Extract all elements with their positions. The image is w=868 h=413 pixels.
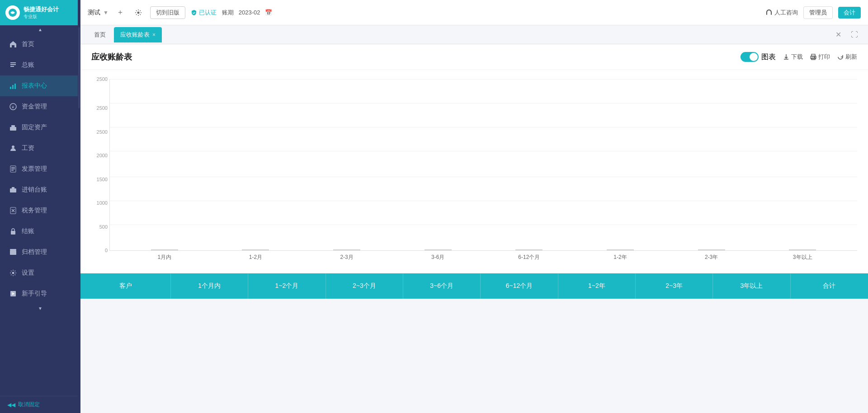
svg-rect-5 xyxy=(12,85,14,89)
certified-label: 已认证 xyxy=(199,9,217,17)
sidebar-scroll-up[interactable]: ▲ xyxy=(0,25,80,34)
toggle-label: 图表 xyxy=(761,52,776,62)
role-button[interactable]: 会计 xyxy=(838,7,861,19)
funds-icon: ¥ xyxy=(9,103,17,111)
certified-badge: 已认证 xyxy=(191,9,217,17)
svg-rect-6 xyxy=(14,84,16,89)
bar-group-3y xyxy=(789,249,816,250)
sidebar-scroll-down[interactable]: ▼ xyxy=(0,304,80,313)
y-label-1000: 1000 xyxy=(92,200,108,206)
tax-icon xyxy=(9,206,17,215)
pin-icon: ◀◀ xyxy=(7,402,15,408)
app-name-block: 畅捷通好会计 专业版 xyxy=(24,5,59,20)
print-button[interactable]: 打印 xyxy=(810,53,830,61)
print-label: 打印 xyxy=(818,53,830,61)
tab-close-icon[interactable]: × xyxy=(152,32,156,38)
archive-icon xyxy=(9,248,17,256)
y-label-500: 500 xyxy=(92,224,108,230)
sidebar-item-funds[interactable]: ¥ 资金管理 xyxy=(0,96,80,117)
sidebar-item-inventory[interactable]: 进销台账 xyxy=(0,179,80,200)
bar-group-1-2y xyxy=(607,249,634,250)
table-header-1-2m: 1~2个月 xyxy=(248,273,326,299)
svg-rect-29 xyxy=(766,13,767,15)
period-display: 账期 2023-02 📅 xyxy=(222,9,272,17)
sidebar-item-invoice[interactable]: 发票管理 xyxy=(0,159,80,179)
svg-point-25 xyxy=(12,272,14,274)
sidebar-logo: 畅捷通好会计 专业版 xyxy=(0,0,80,25)
svg-rect-15 xyxy=(11,170,14,171)
bar-group-3-6m xyxy=(425,249,452,250)
ledger-icon xyxy=(9,61,17,69)
app-edition: 专业版 xyxy=(24,14,59,20)
sidebar-item-tax[interactable]: 税务管理 xyxy=(0,200,80,221)
plus-icon: ＋ xyxy=(117,8,124,17)
toggle-switch[interactable] xyxy=(741,52,759,62)
settings-button[interactable] xyxy=(132,6,145,19)
consult-label: 人工咨询 xyxy=(774,9,798,17)
bar-2-3m xyxy=(333,249,360,250)
sidebar-label-invoice: 发票管理 xyxy=(22,165,47,173)
sidebar-label-reports: 报表中心 xyxy=(22,82,47,90)
sidebar-label-payroll: 工资 xyxy=(22,144,34,152)
svg-rect-14 xyxy=(11,169,15,169)
download-button[interactable]: 下载 xyxy=(783,53,803,61)
workspace-selector[interactable]: 测试 ▼ xyxy=(88,9,108,17)
sidebar-label-closing: 结账 xyxy=(22,227,34,235)
pin-label: 取消固定 xyxy=(18,401,40,408)
calendar-icon[interactable]: 📅 xyxy=(265,9,272,16)
sidebar-label-archive: 归档管理 xyxy=(22,248,47,256)
report-title: 应收账龄表 xyxy=(91,52,132,62)
svg-rect-23 xyxy=(10,249,16,250)
table-header-1m: 1个月内 xyxy=(171,273,248,299)
sidebar: 畅捷通好会计 专业版 ▲ 首页 总账 报表中心 xyxy=(0,0,80,413)
sidebar-item-closing[interactable]: 结账 xyxy=(0,221,80,242)
sidebar-item-settings[interactable]: 设置 xyxy=(0,263,80,283)
manager-button[interactable]: 管理员 xyxy=(803,6,833,19)
tab-expand-btn[interactable]: ⛶ xyxy=(848,28,861,41)
settings-icon xyxy=(9,269,17,277)
table-header-1-2y: 1~2年 xyxy=(558,273,636,299)
topbar: 测试 ▼ ＋ 切到旧版 已认证 账期 2023-02 xyxy=(80,0,868,25)
sidebar-item-archive[interactable]: 归档管理 xyxy=(0,242,80,263)
svg-rect-21 xyxy=(11,231,15,235)
gear-icon xyxy=(135,9,142,16)
bars-area xyxy=(110,79,857,250)
page-content: 应收账龄表 图表 下载 xyxy=(80,44,868,413)
sidebar-item-reports[interactable]: 报表中心 xyxy=(0,75,80,96)
consult-button[interactable]: 人工咨询 xyxy=(765,9,798,17)
download-label: 下载 xyxy=(791,53,803,61)
sidebar-item-home[interactable]: 首页 xyxy=(0,34,80,55)
chart-toggle: 图表 xyxy=(741,52,776,62)
sidebar-pin-button[interactable]: ◀◀ 取消固定 xyxy=(0,396,80,413)
sidebar-label-assets: 固定资产 xyxy=(22,123,47,131)
col-3-6m: 3~6个月 xyxy=(430,282,453,290)
svg-rect-22 xyxy=(10,250,16,255)
old-version-button[interactable]: 切到旧版 xyxy=(150,6,185,19)
sidebar-item-payroll[interactable]: 工资 xyxy=(0,138,80,159)
svg-point-28 xyxy=(137,11,139,14)
tab-home-label: 首页 xyxy=(94,31,106,39)
sidebar-label-tax: 税务管理 xyxy=(22,206,47,215)
svg-rect-13 xyxy=(11,167,15,168)
x-label-3-6m: 3-6月 xyxy=(425,253,452,261)
sidebar-item-assets[interactable]: 固定资产 xyxy=(0,117,80,138)
sidebar-item-ledger[interactable]: 总账 xyxy=(0,55,80,75)
tabs-bar: 首页 应收账龄表 × ✕ ⛶ xyxy=(80,25,868,44)
col-1m: 1个月内 xyxy=(198,282,221,290)
svg-rect-2 xyxy=(10,64,16,65)
tab-aging-label: 应收账龄表 xyxy=(120,31,150,39)
download-icon xyxy=(783,54,789,60)
bar-6-12m xyxy=(515,249,542,250)
refresh-button[interactable]: 刷新 xyxy=(837,53,857,61)
tab-close-window-btn[interactable]: ✕ xyxy=(832,28,844,41)
y-label-2500-top: 2500 xyxy=(92,76,108,82)
assets-icon xyxy=(9,123,17,131)
report-actions: 图表 下载 xyxy=(741,52,857,62)
add-button[interactable]: ＋ xyxy=(114,6,127,19)
y-label-0: 0 xyxy=(92,248,108,253)
svg-point-34 xyxy=(814,57,815,58)
x-label-6-12m: 6-12个月 xyxy=(515,253,542,261)
tab-aging[interactable]: 应收账龄表 × xyxy=(114,27,162,42)
sidebar-item-guide[interactable]: 新手引导 xyxy=(0,283,80,304)
tab-home[interactable]: 首页 xyxy=(88,27,112,42)
